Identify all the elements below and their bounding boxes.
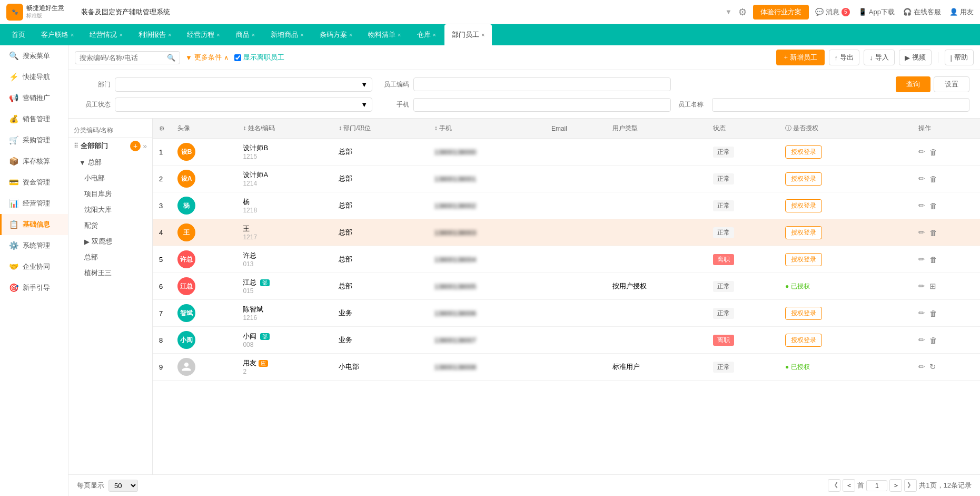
first-page-btn[interactable]: 《: [828, 479, 840, 492]
delete-btn[interactable]: 🗑: [929, 174, 937, 183]
nav-guide[interactable]: 🎯 新手引导: [0, 277, 68, 298]
delete-btn[interactable]: 🗑: [929, 255, 937, 264]
filter-code-input[interactable]: [413, 77, 671, 91]
show-resigned-checkbox[interactable]: [234, 54, 241, 61]
close-tab-operation[interactable]: ×: [119, 32, 122, 38]
close-tab-warehouse[interactable]: ×: [433, 32, 436, 38]
download-btn[interactable]: 📱 App下载: [858, 7, 895, 17]
auth-login-btn[interactable]: 授权登录: [785, 172, 822, 186]
close-tab-newgoods[interactable]: ×: [300, 32, 303, 38]
tab-history[interactable]: 经营历程×: [180, 24, 227, 45]
message-btn[interactable]: 💬 消息 5: [815, 7, 850, 17]
auth-login-btn[interactable]: 授权登录: [785, 145, 822, 159]
nav-finance[interactable]: 💳 资金管理: [0, 172, 68, 193]
add-employee-button[interactable]: + 新增员工: [776, 50, 824, 65]
dept-search-input[interactable]: [74, 127, 153, 134]
nav-search[interactable]: 🔍 搜索菜单: [0, 45, 68, 66]
edit-btn[interactable]: ✏: [918, 362, 925, 372]
tab-goods[interactable]: 商品×: [229, 24, 262, 45]
auth-login-btn[interactable]: 授权登录: [785, 307, 822, 320]
dept-item-zhishu[interactable]: 植树王三: [68, 265, 152, 281]
th-name[interactable]: ↕ 姓名/编码: [236, 119, 332, 139]
delete-btn[interactable]: 🗑: [929, 336, 937, 345]
edit-btn[interactable]: ✏: [918, 335, 925, 345]
auth-login-btn[interactable]: 授权登录: [785, 334, 822, 347]
close-tab-bom[interactable]: ×: [398, 32, 401, 38]
dropdown-arrow[interactable]: ▼: [725, 8, 732, 16]
th-phone[interactable]: ↕ 手机: [428, 119, 545, 139]
dept-item-project[interactable]: 项目库房: [68, 186, 152, 202]
tab-operation[interactable]: 经营情况×: [82, 24, 130, 45]
auth-login-btn[interactable]: 授权登录: [785, 226, 822, 239]
edit-btn[interactable]: ✏: [918, 201, 925, 210]
more-filter-btn[interactable]: ▼ 更多条件 ∧: [185, 53, 229, 62]
tab-home[interactable]: 首页: [4, 24, 33, 45]
edit-btn[interactable]: ✏: [918, 228, 925, 237]
edit-btn[interactable]: ✏: [918, 308, 925, 318]
prev-page-btn[interactable]: ＜: [843, 479, 855, 492]
try-btn[interactable]: 体验行业方案: [753, 5, 809, 20]
filter-status-select[interactable]: ▼: [115, 98, 372, 112]
edit-btn[interactable]: ✏: [918, 281, 925, 291]
search-box[interactable]: 🔍: [75, 51, 180, 64]
tab-customer[interactable]: 客户联络×: [34, 24, 81, 45]
last-page-btn[interactable]: 》: [904, 479, 917, 492]
auth-login-btn[interactable]: 授权登录: [785, 253, 822, 266]
close-tab-barcode[interactable]: ×: [349, 32, 352, 38]
collapse-dept-btn[interactable]: »: [143, 142, 147, 150]
filter-name-input[interactable]: [712, 98, 969, 112]
dept-item-general[interactable]: ▼ 总部: [68, 154, 152, 170]
filter-dept-select[interactable]: ▼: [115, 77, 372, 92]
show-resigned-toggle[interactable]: 显示离职员工: [234, 53, 284, 62]
close-tab-history[interactable]: ×: [216, 32, 220, 38]
nav-sales[interactable]: 💰 销售管理: [0, 109, 68, 130]
help-button[interactable]: | 帮助: [945, 50, 974, 65]
tab-profit[interactable]: 利润报告×: [131, 24, 179, 45]
copy-btn[interactable]: ⊞: [929, 281, 936, 291]
nav-collab[interactable]: 🤝 企业协同: [0, 256, 68, 277]
dept-item-shenyang[interactable]: 沈阳大库: [68, 202, 152, 218]
tab-bom[interactable]: 物料清单×: [361, 24, 408, 45]
tab-newgoods[interactable]: 新增商品×: [263, 24, 311, 45]
query-button[interactable]: 查询: [896, 76, 930, 92]
edit-btn[interactable]: ✏: [918, 174, 925, 183]
next-page-btn[interactable]: ＞: [889, 479, 902, 492]
close-tab-dept[interactable]: ×: [481, 32, 484, 38]
close-tab-profit[interactable]: ×: [168, 32, 171, 38]
per-page-select[interactable]: 50 20 100: [108, 480, 138, 492]
th-settings[interactable]: ⚙: [153, 119, 171, 139]
close-tab-customer[interactable]: ×: [71, 32, 74, 38]
dept-item-zongbu[interactable]: 总部: [68, 249, 152, 265]
more-btn[interactable]: ↻: [929, 362, 936, 372]
delete-btn[interactable]: 🗑: [929, 148, 937, 157]
export-button[interactable]: ↑ 导出: [829, 50, 860, 65]
delete-btn[interactable]: 🗑: [929, 201, 937, 210]
add-dept-btn[interactable]: +: [130, 141, 141, 151]
dept-item-peihuo[interactable]: 配货: [68, 218, 152, 234]
nav-bizmanage[interactable]: 📊 经营管理: [0, 193, 68, 214]
support-btn[interactable]: 🎧 在线客服: [903, 7, 941, 17]
reset-button[interactable]: 设置: [934, 76, 969, 92]
nav-inventory[interactable]: 📦 库存核算: [0, 151, 68, 172]
nav-basicinfo[interactable]: 📋 基础信息: [0, 214, 68, 235]
dept-item-shuanglu[interactable]: ▶ 双鹿想: [68, 234, 152, 249]
auth-login-btn[interactable]: 授权登录: [785, 199, 822, 212]
search-input[interactable]: [80, 54, 165, 62]
tab-barcode[interactable]: 条码方案×: [312, 24, 360, 45]
delete-btn[interactable]: 🗑: [929, 228, 937, 237]
page-number-input[interactable]: [866, 480, 887, 491]
close-tab-goods[interactable]: ×: [252, 32, 255, 38]
tab-warehouse[interactable]: 仓库×: [410, 24, 443, 45]
edit-btn[interactable]: ✏: [918, 147, 925, 157]
import-button[interactable]: ↓ 导入: [864, 50, 895, 65]
view-button[interactable]: ▶ 视频: [899, 50, 932, 65]
nav-system[interactable]: ⚙️ 系统管理: [0, 235, 68, 256]
nav-quicknav[interactable]: ⚡ 快捷导航: [0, 66, 68, 87]
dept-item-xiaodibu[interactable]: 小电部: [68, 170, 152, 186]
nav-purchase[interactable]: 🛒 采购管理: [0, 130, 68, 151]
th-dept[interactable]: ↕ 部门/职位: [332, 119, 428, 139]
edit-btn[interactable]: ✏: [918, 255, 925, 264]
filter-phone-input[interactable]: [413, 98, 671, 112]
settings-icon[interactable]: ⚙: [738, 6, 747, 18]
user-btn[interactable]: 👤 用友: [949, 7, 974, 17]
